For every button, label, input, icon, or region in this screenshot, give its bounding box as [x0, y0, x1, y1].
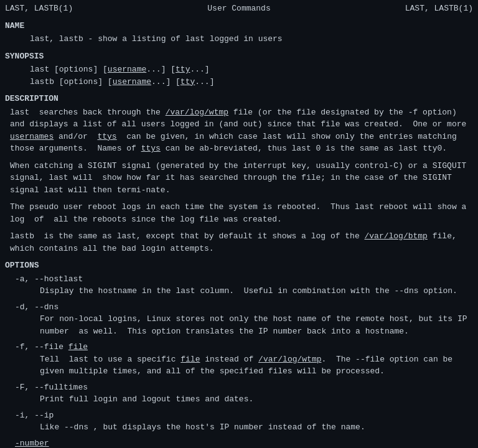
ttys-ref: ttys [97, 132, 116, 141]
description-title: DESCRIPTION [5, 93, 473, 105]
wtmp-ref: /var/log/wtmp [258, 355, 321, 364]
description-para3: The pseudo user reboot logs in each time… [5, 201, 473, 225]
synopsis-title: SYNOPSIS [5, 50, 473, 63]
synopsis-line2: lastb [options] [username...] [tty...] [5, 76, 473, 88]
option-file-flag: -f, --file file [5, 341, 473, 353]
option-file: -f, --file file Tell last to use a speci… [5, 341, 473, 378]
number-underline: -number [15, 439, 49, 448]
options-section: OPTIONS -a, --hostlast Display the hostn… [5, 259, 473, 448]
option-hostlast: -a, --hostlast Display the hostname in t… [5, 273, 473, 297]
synopsis-username1: username [108, 65, 146, 74]
synopsis-tty1: tty [176, 65, 190, 74]
synopsis-tty2: tty [180, 77, 195, 86]
option-ip-desc: Like --dns , but displays the host's IP … [5, 421, 473, 434]
description-para1: last searches back through the /var/log/… [5, 106, 473, 155]
header-right: LAST, LASTB(1) [405, 2, 473, 15]
synopsis-username2: username [113, 77, 151, 86]
header-center: User Commands [207, 2, 270, 15]
option-hostlast-desc: Display the hostname in the last column.… [5, 285, 473, 297]
description-para4: lastb is the same as last, except that b… [5, 230, 473, 254]
synopsis-section: SYNOPSIS last [options] [username...] [t… [5, 50, 473, 88]
synopsis-line1: last [options] [username...] [tty...] [5, 63, 473, 76]
btmp-path: /var/log/btmp [365, 231, 428, 241]
ttys-ref2: ttys [141, 144, 161, 153]
option-number-short-flag: -number [5, 437, 473, 449]
option-fulltimes-desc: Print full login and logout times and da… [5, 393, 473, 406]
description-para2: When catching a SIGINT signal (generated… [5, 160, 473, 197]
name-content: last, lastb - show a listing of last log… [5, 33, 473, 45]
header-left: LAST, LASTB(1) [5, 2, 73, 15]
file-arg: file [68, 342, 88, 352]
option-ip-flag: -i, --ip [5, 409, 473, 422]
option-fulltimes-flag: -F, --fulltimes [5, 381, 473, 394]
option-hostlast-flag: -a, --hostlast [5, 273, 473, 286]
option-dns-flag: -d, --dns [5, 301, 473, 314]
wtmp-path: /var/log/wtmp [166, 108, 228, 117]
option-number-short: -number [5, 437, 473, 449]
options-title: OPTIONS [5, 259, 473, 272]
name-title: NAME [5, 20, 473, 32]
option-dns: -d, --dns For non-local logins, Linux st… [5, 301, 473, 338]
name-section: NAME last, lastb - show a listing of las… [5, 20, 473, 45]
file-ref: file [180, 355, 200, 364]
option-ip: -i, --ip Like --dns , but displays the h… [5, 409, 473, 434]
option-fulltimes: -F, --fulltimes Print full login and log… [5, 381, 473, 406]
description-section: DESCRIPTION last searches back through t… [5, 93, 473, 254]
option-file-desc: Tell last to use a specific file instead… [5, 353, 473, 378]
page-header: LAST, LASTB(1) User Commands LAST, LASTB… [5, 2, 473, 15]
usernames-ref: usernames [10, 132, 54, 141]
option-dns-desc: For non-local logins, Linux stores not o… [5, 313, 473, 337]
